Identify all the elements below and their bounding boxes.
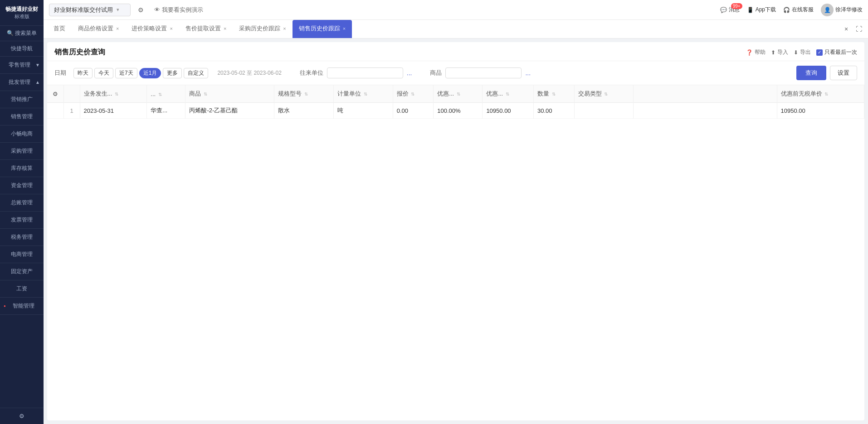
- close-icon[interactable]: ×: [224, 26, 226, 31]
- import-icon: ⬆: [771, 49, 775, 56]
- messages-button[interactable]: 💬 消息 99+: [720, 6, 740, 14]
- date-range-display: 2023-05-02 至 2023-06-02: [217, 69, 281, 77]
- sidebar-item-invoice[interactable]: 发票管理: [0, 212, 44, 229]
- app-download-button[interactable]: 📱 App下载: [747, 6, 776, 14]
- sidebar-item-inventory[interactable]: 库存核算: [0, 160, 44, 177]
- th-extra-label: ...: [151, 91, 156, 97]
- close-icon[interactable]: ×: [283, 26, 286, 31]
- sidebar-search[interactable]: 🔍 搜索菜单: [0, 26, 44, 41]
- page-content: 销售历史价查询 ❓ 帮助 ⬆ 导入 ⬇ 导出 ✓ 只看最后一次: [47, 42, 864, 420]
- chevron-up-icon: ▲: [35, 80, 40, 85]
- source-unit-dots-button[interactable]: ...: [407, 69, 412, 77]
- close-icon[interactable]: ×: [116, 26, 119, 31]
- date-btn-today[interactable]: 今天: [94, 68, 113, 78]
- export-button[interactable]: ⬇ 导出: [794, 48, 811, 56]
- app-name: 畅捷通好业财: [4, 5, 40, 13]
- close-icon[interactable]: ×: [170, 26, 172, 31]
- sidebar-item-fixed-assets[interactable]: 固定资产: [0, 263, 44, 280]
- sidebar-item-sales[interactable]: 销售管理: [0, 108, 44, 125]
- messages-badge: 99+: [731, 3, 742, 9]
- product-dots-button[interactable]: ...: [525, 69, 531, 77]
- th-transaction-type[interactable]: 交易类型 ⇅: [574, 85, 634, 103]
- query-button[interactable]: 查询: [796, 66, 826, 80]
- tab-product-price[interactable]: 商品价格设置 ×: [72, 20, 125, 38]
- only-last-checkbox[interactable]: ✓ 只看最后一次: [816, 48, 857, 56]
- th-quantity-label: 数量: [537, 90, 549, 97]
- date-filter-label: 日期: [54, 69, 66, 77]
- th-price[interactable]: 报价 ⇅: [393, 85, 434, 103]
- sidebar-item-smart[interactable]: 智能管理: [0, 298, 44, 315]
- sidebar-item-ecommerce-light-label: 小畅电商: [4, 130, 40, 138]
- sidebar-item-ecommerce[interactable]: 电商管理: [0, 246, 44, 263]
- date-buttons: 昨天 今天 近7天 近1月 更多 自定义: [73, 68, 208, 78]
- online-service-button[interactable]: 🎧 在线客服: [783, 6, 814, 14]
- help-label: 帮助: [755, 48, 766, 56]
- th-spec[interactable]: 规格型号 ⇅: [274, 85, 334, 103]
- sidebar-item-marketing[interactable]: 营销推广: [0, 91, 44, 108]
- table-area: ⚙ 业务发生... ⇅ ... ⇅ 商品 ⇅: [47, 85, 864, 420]
- td-num: 1: [63, 103, 80, 119]
- td-transaction-type: [574, 103, 634, 119]
- only-last-label: 只看最后一次: [824, 48, 857, 56]
- td-business-date: 2023-05-31: [80, 103, 147, 119]
- th-product[interactable]: 商品 ⇅: [185, 85, 274, 103]
- tab-purchase-history[interactable]: 采购历史价跟踪 ×: [233, 20, 292, 38]
- topbar-gear-button[interactable]: ⚙: [134, 4, 147, 16]
- sidebar-item-payroll[interactable]: 工资: [0, 280, 44, 298]
- online-service-label: 在线客服: [792, 6, 814, 14]
- sidebar-item-wholesale[interactable]: 批发管理 ▲: [0, 74, 44, 91]
- sidebar-item-finance[interactable]: 资金管理: [0, 177, 44, 194]
- close-icon[interactable]: ×: [343, 26, 346, 31]
- date-btn-more[interactable]: 更多: [163, 68, 182, 78]
- date-btn-custom[interactable]: 自定义: [184, 68, 208, 78]
- sidebar-item-retail-label: 零售管理: [4, 61, 35, 69]
- th-business-date[interactable]: 业务发生... ⇅: [80, 85, 147, 103]
- sidebar-item-wholesale-label: 批发管理: [4, 78, 35, 86]
- sidebar-item-ecommerce-light[interactable]: 小畅电商: [0, 125, 44, 143]
- tab-sale-history[interactable]: 销售历史价跟踪 ×: [293, 20, 352, 38]
- tab-sale-extract[interactable]: 售价提取设置 ×: [179, 20, 233, 38]
- sidebar-settings-button[interactable]: ⚙: [0, 408, 44, 424]
- sidebar-quicknav[interactable]: 快捷导航: [0, 41, 44, 57]
- product-input[interactable]: [445, 67, 522, 78]
- product-field: 商品 ...: [430, 67, 531, 78]
- th-unit[interactable]: 计量单位 ⇅: [334, 85, 393, 103]
- edition-selector[interactable]: 好业财标准版交付试用 ▾: [49, 4, 131, 16]
- import-button[interactable]: ⬆ 导入: [771, 48, 788, 56]
- sidebar-item-tax[interactable]: 税务管理: [0, 229, 44, 246]
- tab-maximize-button[interactable]: ⛶: [853, 24, 864, 34]
- th-discount2[interactable]: 优惠... ⇅: [483, 85, 534, 103]
- source-unit-input[interactable]: [327, 67, 403, 78]
- tab-purchase-strategy[interactable]: 进价策略设置 ×: [125, 20, 179, 38]
- date-btn-yesterday[interactable]: 昨天: [73, 68, 93, 78]
- th-extra[interactable]: ... ⇅: [147, 85, 185, 103]
- date-btn-1month[interactable]: 近1月: [139, 68, 161, 78]
- help-button[interactable]: ❓ 帮助: [746, 48, 766, 56]
- settings-icon: ⚙: [19, 413, 24, 419]
- th-discount1[interactable]: 优惠... ⇅: [434, 85, 483, 103]
- table-row: 1 2023-05-31 华查... 丙烯酸-2-乙基己酯 散水 吨 0.00 …: [47, 103, 864, 119]
- tab-home[interactable]: 首页: [47, 20, 72, 38]
- th-num: [63, 85, 80, 103]
- tab-sale-extract-label: 售价提取设置: [185, 24, 221, 33]
- th-settings[interactable]: ⚙: [47, 85, 63, 103]
- tabbar: 首页 商品价格设置 × 进价策略设置 × 售价提取设置 × 采购历史价跟踪 × …: [44, 20, 868, 39]
- date-btn-7days[interactable]: 近7天: [115, 68, 137, 78]
- sidebar-logo: 畅捷通好业财 标准版: [0, 0, 44, 26]
- checkbox-checked-icon: ✓: [816, 49, 823, 56]
- sidebar-item-purchase[interactable]: 采购管理: [0, 143, 44, 160]
- sidebar-item-invoice-label: 发票管理: [4, 216, 40, 224]
- user-menu[interactable]: 👤 徐泽华修改: [821, 4, 863, 16]
- filter-row: 日期 昨天 今天 近7天 近1月 更多 自定义 2023-05-02 至 202…: [54, 66, 857, 80]
- sidebar-item-general-ledger[interactable]: 总账管理: [0, 194, 44, 212]
- user-name: 徐泽华修改: [835, 6, 863, 14]
- demo-button[interactable]: 我要看实例演示: [154, 6, 203, 14]
- phone-icon: 📱: [747, 7, 754, 13]
- th-quantity[interactable]: 数量 ⇅: [534, 85, 575, 103]
- th-pretax-price[interactable]: 优惠前无税单价 ⇅: [777, 85, 864, 103]
- headset-icon: 🎧: [783, 7, 790, 13]
- settings-button[interactable]: 设置: [830, 66, 857, 80]
- source-unit-field: 往来单位 ...: [300, 67, 412, 78]
- tab-close-button[interactable]: ×: [841, 24, 852, 34]
- sidebar-item-retail[interactable]: 零售管理 ▼: [0, 57, 44, 74]
